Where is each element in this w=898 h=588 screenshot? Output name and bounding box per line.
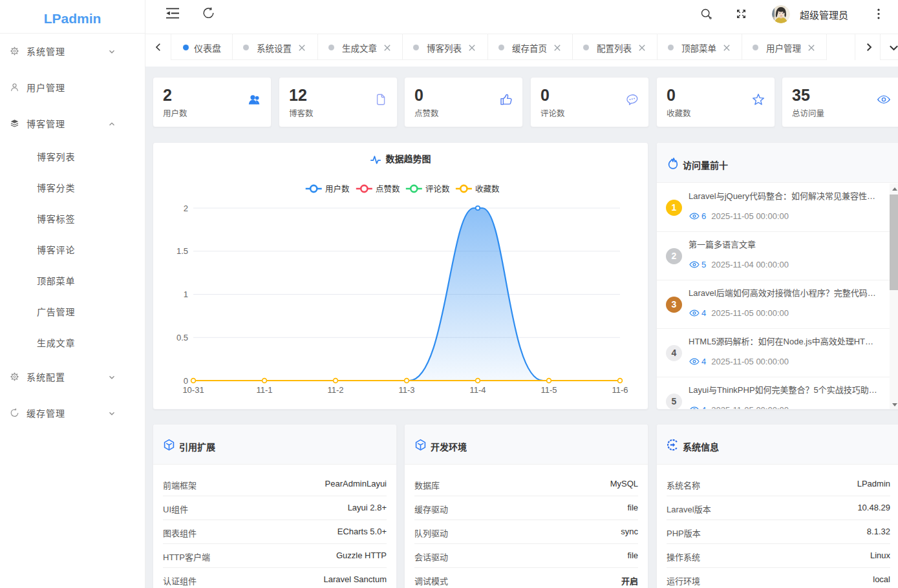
svg-text:11-4: 11-4 <box>469 385 486 395</box>
svg-text:11-3: 11-3 <box>398 385 414 395</box>
svg-text:0.5: 0.5 <box>176 333 188 342</box>
svg-text:2: 2 <box>184 204 188 213</box>
svg-text:10-31: 10-31 <box>182 385 204 395</box>
svg-text:1: 1 <box>184 289 188 299</box>
svg-text:11-5: 11-5 <box>540 385 557 395</box>
svg-text:0: 0 <box>184 376 188 386</box>
svg-text:用户数: 用户数 <box>325 184 350 194</box>
svg-text:11-2: 11-2 <box>327 385 343 395</box>
svg-text:11-1: 11-1 <box>256 385 272 395</box>
svg-text:评论数: 评论数 <box>425 184 450 194</box>
svg-text:11-6: 11-6 <box>612 385 628 395</box>
svg-text:收藏数: 收藏数 <box>475 184 500 194</box>
svg-text:1.5: 1.5 <box>176 246 188 256</box>
svg-text:点赞数: 点赞数 <box>376 184 400 194</box>
